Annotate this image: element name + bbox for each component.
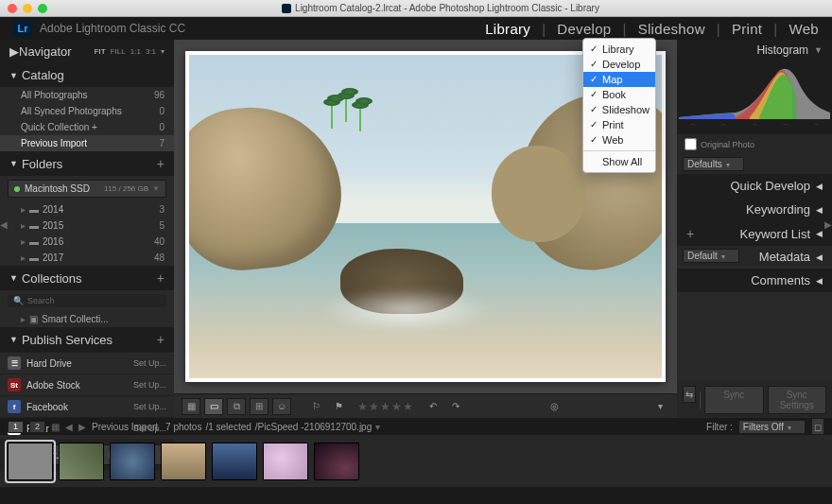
disk-status-icon — [14, 186, 20, 192]
collections-header[interactable]: ▼ Collections + — [0, 266, 174, 290]
ctx-print[interactable]: ✓Print — [583, 117, 655, 132]
target-icon[interactable]: ◎ — [545, 398, 563, 415]
folder-2017[interactable]: ▸▬201748 — [0, 250, 174, 266]
add-publish-icon[interactable]: + — [157, 332, 165, 347]
setup-link[interactable]: Set Up... — [133, 358, 166, 368]
grid-shortcut-icon[interactable]: ▦ — [51, 422, 60, 432]
module-print[interactable]: Print — [732, 21, 762, 37]
quick-develop-header[interactable]: Quick Develop◀ — [677, 174, 832, 198]
sync-settings-button[interactable]: Sync Settings — [768, 386, 827, 414]
add-folder-icon[interactable]: + — [157, 156, 165, 171]
minimize-icon[interactable] — [23, 4, 32, 13]
rotate-left-icon[interactable]: ↶ — [424, 398, 442, 415]
folder-2016[interactable]: ▸▬201640 — [0, 234, 174, 250]
keyword-list-header[interactable]: +Keyword List◀ — [677, 221, 832, 246]
catalog-synced[interactable]: All Synced Photographs0 — [0, 103, 174, 119]
loupe-view-icon[interactable]: ▭ — [204, 398, 223, 415]
ctx-show-all[interactable]: Show All — [583, 154, 655, 169]
thumbnail[interactable] — [314, 443, 359, 480]
thumbnail[interactable] — [8, 443, 53, 480]
checkbox[interactable] — [685, 138, 697, 150]
zoom-3-1[interactable]: 3:1 — [146, 47, 156, 56]
setup-link[interactable]: Set Up... — [133, 402, 166, 411]
sync-button[interactable]: Sync — [704, 386, 764, 414]
ctx-develop[interactable]: ✓Develop — [583, 57, 655, 72]
flag-icon[interactable]: ⚑ — [329, 398, 348, 415]
add-keyword-icon[interactable]: + — [686, 226, 694, 241]
setup-link[interactable]: Set Up... — [133, 380, 166, 390]
painter-icon[interactable]: ⚐ — [306, 398, 325, 415]
filter-dropdown[interactable]: Filters Off — [738, 420, 806, 434]
folders-header[interactable]: ▼ Folders + — [0, 151, 174, 176]
defaults-dropdown[interactable]: Defaults — [683, 157, 744, 171]
publish-adobe-stock[interactable]: StAdobe StockSet Up... — [0, 374, 174, 395]
back-icon[interactable]: ◀ — [65, 422, 73, 432]
volume-browser[interactable]: Macintosh SSD 115 / 256 GB ▼ — [8, 180, 166, 198]
original-photo-toggle[interactable]: Original Photo — [677, 134, 832, 154]
module-context-menu[interactable]: ✓Library ✓Develop ✓Map ✓Book ✓Slideshow … — [582, 38, 656, 173]
publish-header[interactable]: ▼ Publish Services + — [0, 327, 174, 352]
maximize-icon[interactable] — [38, 4, 47, 13]
smart-collections[interactable]: ▸▣Smart Collecti... — [0, 311, 174, 327]
publish-hard-drive[interactable]: ☰Hard DriveSet Up... — [0, 352, 174, 374]
ctx-map[interactable]: ✓Map — [583, 72, 655, 87]
compare-view-icon[interactable]: ⧉ — [227, 398, 246, 415]
module-slideshow[interactable]: Slideshow — [638, 21, 705, 37]
app-name: Adobe Lightroom Classic CC — [40, 22, 185, 35]
check-icon: ✓ — [589, 103, 598, 116]
folder-icon: ▬ — [29, 220, 39, 231]
right-panel-toggle-icon[interactable]: ▶ — [824, 217, 832, 231]
module-develop[interactable]: Develop — [557, 21, 611, 37]
publish-facebook[interactable]: fFacebookSet Up... — [0, 395, 174, 417]
left-panel-toggle-icon[interactable]: ◀ — [0, 217, 8, 231]
ctx-web[interactable]: ✓Web — [583, 132, 655, 148]
toolbar-menu-icon[interactable]: ▾ — [650, 398, 669, 415]
people-view-icon[interactable]: ☺ — [272, 398, 291, 415]
chevron-down-icon[interactable]: ▾ — [375, 422, 380, 432]
folder-2015[interactable]: ▸▬20155 — [0, 217, 174, 234]
close-icon[interactable] — [8, 4, 17, 13]
catalog-all-photos[interactable]: All Photographs96 — [0, 87, 174, 103]
thumbnail[interactable] — [263, 443, 308, 480]
zoom-fit[interactable]: FIT — [95, 47, 106, 56]
folder-icon: ▬ — [29, 204, 39, 215]
histogram[interactable]: ––––– — [677, 61, 832, 134]
rotate-right-icon[interactable]: ↷ — [446, 398, 465, 415]
thumbnail[interactable] — [212, 443, 257, 480]
metadata-preset-dropdown[interactable]: Default — [683, 249, 739, 263]
comments-header[interactable]: Comments◀ — [677, 269, 832, 292]
chevron-down-icon[interactable]: ▾ — [161, 47, 165, 56]
thumbnail[interactable] — [110, 443, 155, 480]
primary-monitor-button[interactable]: 1 — [8, 421, 24, 433]
chevron-down-icon: ▼ — [9, 159, 18, 168]
secondary-monitor-button[interactable]: 2 — [29, 421, 45, 433]
sync-toggle-icon[interactable]: ⇆ — [683, 386, 696, 403]
zoom-1-1[interactable]: 1:1 — [130, 47, 141, 56]
catalog-previous-import[interactable]: Previous Import7 — [0, 135, 174, 151]
thumbnail[interactable] — [161, 443, 206, 480]
filmstrip[interactable] — [0, 435, 832, 487]
chevron-left-icon: ◀ — [816, 205, 823, 215]
module-library[interactable]: Library — [485, 21, 530, 37]
ctx-slideshow[interactable]: ✓Slideshow — [583, 102, 655, 117]
collections-search[interactable]: 🔍Search — [8, 294, 166, 307]
folder-2014[interactable]: ▸▬20143 — [0, 201, 174, 217]
chevron-down-icon[interactable]: ▼ — [152, 184, 160, 193]
rating-stars[interactable]: ★★★★★ — [357, 400, 414, 413]
survey-view-icon[interactable]: ⊞ — [250, 398, 269, 415]
filter-lock-icon[interactable]: ◻ — [811, 418, 824, 435]
keywording-header[interactable]: Keywording◀ — [677, 198, 832, 221]
catalog-quick-collection[interactable]: Quick Collection +0 — [0, 119, 174, 135]
thumbnail[interactable] — [59, 443, 104, 480]
ctx-book[interactable]: ✓Book — [583, 87, 655, 102]
ctx-library[interactable]: ✓Library — [583, 42, 655, 57]
histogram-header[interactable]: Histogram ▼ — [677, 40, 832, 61]
grid-view-icon[interactable]: ▦ — [182, 398, 200, 415]
catalog-header[interactable]: ▼ Catalog — [0, 63, 174, 87]
zoom-fill[interactable]: FILL — [111, 47, 126, 56]
source-indicator[interactable]: Previous Import 7 photos /1 selected /Pi… — [92, 422, 380, 432]
forward-icon[interactable]: ▶ — [78, 422, 86, 432]
module-web[interactable]: Web — [789, 21, 819, 37]
navigator-header[interactable]: ▶ Navigator FIT FILL 1:1 3:1 ▾ — [0, 40, 174, 63]
add-collection-icon[interactable]: + — [157, 270, 165, 286]
